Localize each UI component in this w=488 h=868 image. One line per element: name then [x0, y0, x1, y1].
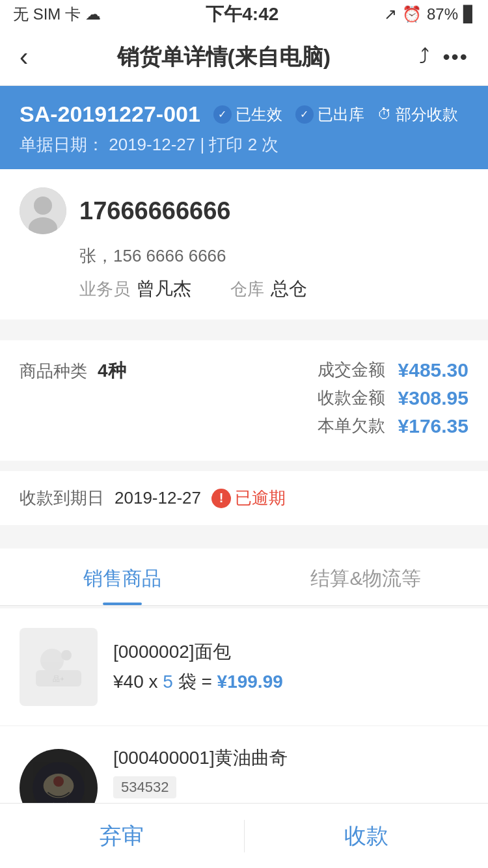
- reject-button[interactable]: 弃审: [0, 804, 244, 868]
- back-button[interactable]: ‹: [20, 42, 28, 72]
- customer-card: 17666666666 张，156 6666 6666 业务员 曾凡杰 仓库 总…: [0, 169, 488, 319]
- nav-bar: ‹ 销货单详情(来自电脑) ⤴ •••: [0, 29, 488, 86]
- deal-amount-value: ¥485.30: [398, 359, 468, 381]
- product-name-2: [000400001]黄油曲奇: [113, 746, 468, 770]
- collect-button[interactable]: 收款: [245, 804, 489, 868]
- stats-section: 商品种类 4种 成交金额 ¥485.30 收款金额 ¥308.95 本单欠款 ¥…: [0, 340, 488, 461]
- overdue-icon: !: [211, 489, 231, 508]
- warehouse-value: 总仓: [271, 277, 307, 301]
- tab-products[interactable]: 销售商品: [0, 549, 244, 605]
- overdue-label: 已逾期: [235, 487, 286, 509]
- sim-status: 无 SIM 卡 ☁: [13, 4, 101, 25]
- stats-right: 成交金额 ¥485.30 收款金额 ¥308.95 本单欠款 ¥176.35: [318, 359, 468, 442]
- status-shipped: ✓ 已出库: [295, 104, 364, 125]
- svg-point-4: [61, 650, 72, 660]
- product-price-1: ¥40 x 5 袋 = ¥199.99: [113, 670, 468, 694]
- product-total-1: ¥199.99: [217, 671, 283, 692]
- svg-point-1: [34, 197, 52, 215]
- page-title: 销货单详情(来自电脑): [117, 42, 331, 72]
- salesperson-label: 业务员: [79, 278, 130, 301]
- bottom-bar: 弃审 收款: [0, 803, 488, 868]
- status-enacted: ✓ 已生效: [213, 104, 282, 125]
- due-date-value: 2019-12-27: [115, 488, 201, 508]
- divider-1: [0, 330, 488, 340]
- product-name-1: [0000002]面包: [113, 640, 468, 664]
- product-types-count: 4种: [98, 359, 126, 383]
- clock-icon: ⏱: [377, 106, 392, 123]
- due-date-section: 收款到期日 2019-12-27 ! 已逾期: [0, 471, 488, 525]
- share-icon[interactable]: ⤴: [419, 45, 429, 69]
- svg-point-9: [53, 776, 64, 787]
- avatar: [20, 187, 66, 234]
- product-qty-1: 5: [163, 671, 173, 692]
- overdue-badge: ! 已逾期: [211, 487, 286, 509]
- received-amount-label: 收款金额: [318, 387, 385, 409]
- status-left: 无 SIM 卡 ☁: [13, 4, 101, 25]
- salesperson-meta: 业务员 曾凡杰: [79, 277, 191, 301]
- customer-id: 17666666666: [79, 197, 230, 225]
- check-enacted-icon: ✓: [213, 105, 232, 124]
- order-id: SA-20191227-001: [20, 102, 200, 127]
- tabs-section: 销售商品 结算&物流等: [0, 549, 488, 606]
- debt-amount-label: 本单欠款: [318, 414, 385, 437]
- nav-left: ‹: [20, 42, 28, 72]
- product-info-1: [0000002]面包 ¥40 x 5 袋 = ¥199.99: [113, 640, 468, 694]
- divider-2: [0, 528, 488, 538]
- product-tag-2: 534532: [113, 776, 176, 798]
- order-header: SA-20191227-001 ✓ 已生效 ✓ 已出库 ⏱ 部分收款 单据日期：…: [0, 86, 488, 169]
- svg-point-3: [40, 649, 64, 672]
- svg-text:品+: 品+: [53, 675, 64, 683]
- status-right: ↗ ⏰ 87% ▊: [384, 5, 475, 23]
- more-icon[interactable]: •••: [442, 45, 468, 69]
- warehouse-label: 仓库: [230, 278, 264, 301]
- nav-right: ⤴ •••: [419, 45, 468, 69]
- customer-contact: 张，156 6666 6666: [20, 245, 468, 267]
- location-icon: ↗: [384, 5, 397, 23]
- status-badges: ✓ 已生效 ✓ 已出库 ⏱ 部分收款: [213, 104, 458, 125]
- status-time: 下午4:42: [206, 2, 278, 27]
- deal-amount-row: 成交金额 ¥485.30: [318, 359, 468, 381]
- due-date-label: 收款到期日: [20, 487, 104, 509]
- product-types-row: 商品种类 4种: [20, 359, 126, 383]
- customer-meta: 业务员 曾凡杰 仓库 总仓: [20, 277, 468, 301]
- check-shipped-icon: ✓: [295, 105, 314, 124]
- salesperson-value: 曾凡杰: [137, 277, 191, 301]
- received-amount-row: 收款金额 ¥308.95: [318, 387, 468, 409]
- warehouse-meta: 仓库 总仓: [230, 277, 307, 301]
- alarm-icon: ⏰: [402, 5, 422, 23]
- debt-amount-value: ¥176.35: [398, 415, 468, 437]
- tab-settlement[interactable]: 结算&物流等: [244, 549, 488, 605]
- order-date: 单据日期： 2019-12-27 | 打印 2 次: [20, 133, 468, 156]
- product-types-label: 商品种类: [20, 360, 87, 383]
- battery-icon: ▊: [463, 5, 475, 23]
- tabs: 销售商品 结算&物流等: [0, 549, 488, 605]
- product-thumbnail-1: 品+: [20, 628, 98, 706]
- status-partial: ⏱ 部分收款: [377, 104, 458, 125]
- deal-amount-label: 成交金额: [318, 359, 385, 381]
- debt-amount-row: 本单欠款 ¥176.35: [318, 414, 468, 437]
- status-bar: 无 SIM 卡 ☁ 下午4:42 ↗ ⏰ 87% ▊: [0, 0, 488, 29]
- list-item: 品+ [0000002]面包 ¥40 x 5 袋 = ¥199.99: [0, 608, 488, 726]
- customer-top: 17666666666: [20, 187, 468, 234]
- battery-status: 87%: [427, 5, 458, 23]
- stats-left: 商品种类 4种: [20, 359, 126, 386]
- received-amount-value: ¥308.95: [398, 387, 468, 409]
